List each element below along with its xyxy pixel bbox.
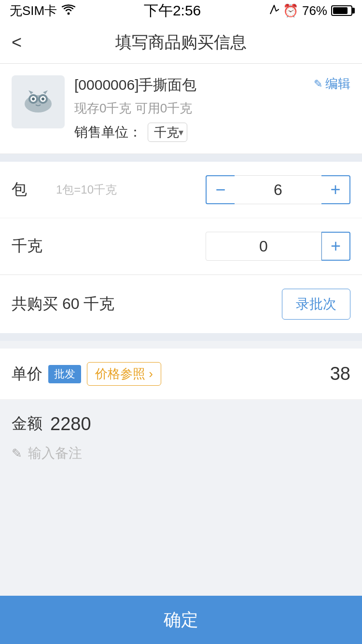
note-placeholder: 输入备注: [28, 444, 82, 462]
page-title: 填写商品购买信息: [115, 31, 247, 54]
pack-hint: 1包=10千克: [56, 182, 206, 197]
kg-increment-button[interactable]: +: [321, 232, 350, 261]
product-image: [12, 75, 65, 128]
edit-icon: ✎: [314, 78, 322, 90]
pack-quantity-input[interactable]: [235, 175, 321, 204]
section-divider-1: [0, 154, 362, 162]
battery-percent: 76%: [302, 3, 327, 18]
product-logo: [21, 85, 55, 119]
battery-icon: [331, 5, 352, 16]
kg-quantity-input[interactable]: [206, 232, 321, 261]
alarm-icon: ⏰: [283, 3, 298, 18]
edit-button[interactable]: ✎ 编辑: [314, 75, 350, 92]
batch-button[interactable]: 录批次: [282, 289, 350, 320]
kg-label: 千克: [12, 236, 50, 257]
note-row[interactable]: ✎ 输入备注: [12, 442, 350, 476]
amount-value: 2280: [50, 414, 91, 434]
pack-label: 包: [12, 179, 50, 200]
nav-bar: < 填写商品购买信息: [0, 21, 362, 64]
svg-point-7: [42, 98, 44, 100]
summary-row: 共购买 60 千克 录批次: [0, 275, 362, 333]
amount-section: 金额 2280 ✎ 输入备注: [0, 400, 362, 476]
status-left: 无SIM卡: [10, 2, 75, 19]
price-ref-button[interactable]: 价格参照 ›: [87, 362, 161, 386]
unit-select-wrap[interactable]: 千克: [148, 123, 187, 142]
kg-quantity-control: +: [206, 232, 350, 261]
amount-label: 金额: [12, 413, 42, 434]
product-stock: 现存0千克 可用0千克: [74, 100, 350, 117]
svg-point-6: [32, 98, 35, 100]
product-info: [0000006]手撕面包 现存0千克 可用0千克 销售单位： 千克: [74, 75, 350, 142]
pack-quantity-control: − +: [206, 175, 350, 204]
status-bar: 无SIM卡 下午2:56 ⏰ 76%: [0, 0, 362, 21]
wifi-icon: [62, 3, 75, 18]
price-badge: 批发: [48, 365, 81, 383]
section-divider-2: [0, 333, 362, 341]
pack-input-row: 包 1包=10千克 − +: [0, 162, 362, 218]
edit-label: 编辑: [325, 75, 350, 92]
price-section: 单价 批发 价格参照 › 38: [0, 349, 362, 400]
price-ref-label: 价格参照 ›: [95, 365, 153, 382]
input-section: 包 1包=10千克 − + 千克 +: [0, 162, 362, 275]
pack-increment-button[interactable]: +: [321, 175, 350, 204]
unit-select[interactable]: 千克: [148, 123, 187, 142]
svg-point-0: [68, 12, 70, 14]
product-unit-row: 销售单位： 千克: [74, 123, 350, 142]
time-display: 下午2:56: [144, 1, 201, 21]
status-right: ⏰ 76%: [269, 3, 352, 18]
location-icon: [269, 3, 279, 18]
kg-input-row: 千克 +: [0, 218, 362, 275]
product-section: [0000006]手撕面包 现存0千克 可用0千克 销售单位： 千克 ✎ 编辑: [0, 64, 362, 154]
price-value: 38: [330, 364, 350, 384]
confirm-button[interactable]: 确定: [0, 596, 362, 644]
note-icon: ✎: [12, 446, 22, 461]
price-label: 单价: [12, 364, 42, 385]
back-button[interactable]: <: [12, 32, 22, 53]
unit-label: 销售单位：: [74, 123, 142, 141]
summary-text: 共购买 60 千克: [12, 294, 114, 315]
carrier-text: 无SIM卡: [10, 2, 57, 19]
confirm-label: 确定: [164, 608, 198, 632]
product-name: [0000006]手撕面包: [74, 75, 350, 95]
pack-decrement-button[interactable]: −: [206, 175, 235, 204]
amount-row: 金额 2280: [12, 413, 350, 442]
